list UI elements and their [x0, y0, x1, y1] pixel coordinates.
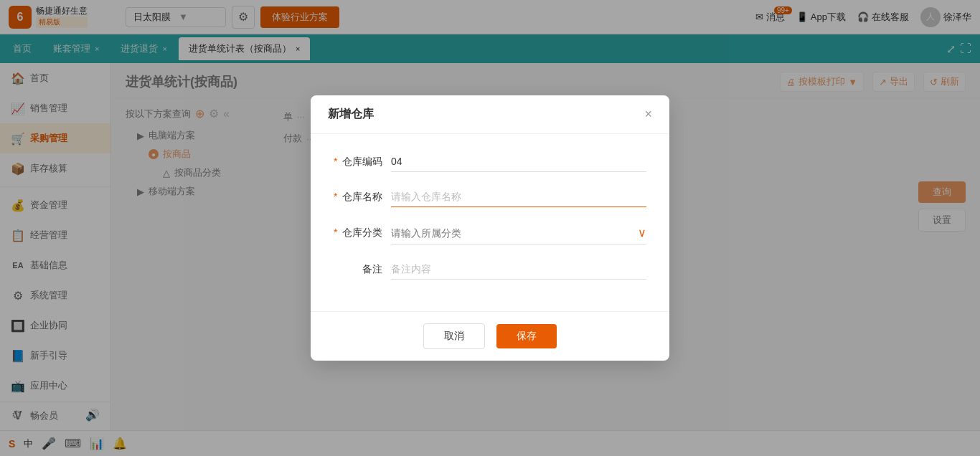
cancel-button[interactable]: 取消 [423, 323, 485, 349]
modal-header: 新增仓库 × [311, 95, 669, 134]
form-row-category: 仓库分类 ∨ [334, 222, 646, 244]
category-label: 仓库分类 [334, 227, 391, 239]
category-input[interactable] [391, 227, 638, 239]
modal-close-button[interactable]: × [644, 107, 652, 122]
modal-body: 仓库编码 仓库名称 仓库分类 ∨ [311, 134, 669, 311]
form-row-code: 仓库编码 [334, 151, 646, 172]
modal-footer: 取消 保存 [311, 311, 669, 361]
save-button[interactable]: 保存 [496, 324, 557, 348]
category-dropdown-icon[interactable]: ∨ [638, 226, 646, 239]
add-warehouse-modal: 新增仓库 × 仓库编码 仓库名称 仓库分类 [311, 95, 669, 361]
name-input[interactable] [391, 186, 646, 207]
category-select-wrap: ∨ [391, 222, 646, 244]
form-row-note: 备注 [334, 259, 646, 280]
modal-title: 新增仓库 [328, 107, 374, 122]
code-label: 仓库编码 [334, 156, 391, 168]
note-label: 备注 [334, 263, 391, 276]
form-row-name: 仓库名称 [334, 186, 646, 207]
note-input[interactable] [391, 259, 646, 280]
code-input[interactable] [391, 151, 646, 172]
name-label: 仓库名称 [334, 191, 391, 204]
modal-overlay: 新增仓库 × 仓库编码 仓库名称 仓库分类 [0, 0, 980, 456]
